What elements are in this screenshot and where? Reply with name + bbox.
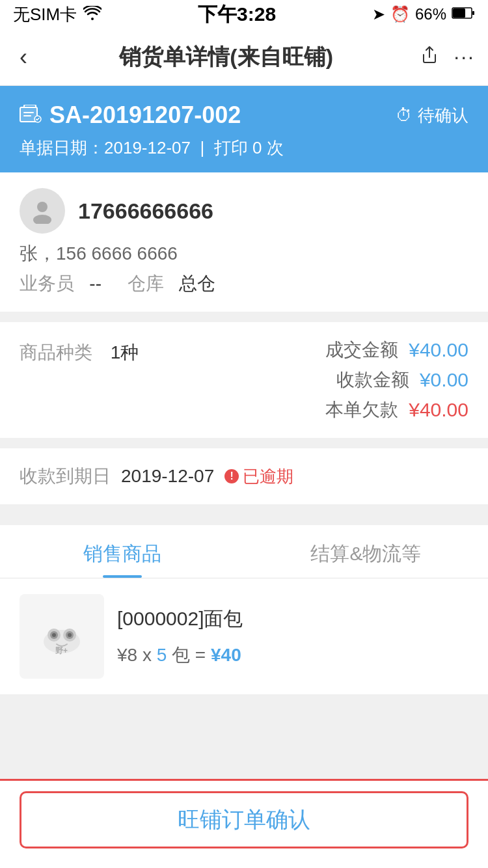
customer-name-detail: 张，156 6666 6666 <box>20 241 468 266</box>
transaction-amount-label: 成交金额 <box>325 338 398 362</box>
order-date: 单据日期：2019-12-07 | 打印 0 次 <box>20 137 468 159</box>
status-time: 下午3:28 <box>198 1 276 28</box>
product-total: ¥40 <box>211 645 241 665</box>
clock-icon: ⏱ <box>396 105 413 126</box>
balance-label: 本单欠款 <box>325 398 398 422</box>
sim-status: 无SIM卡 <box>13 3 77 26</box>
warehouse-label: 仓库 <box>128 273 164 293</box>
due-date-label: 收款到期日 <box>20 464 111 489</box>
equals-symbol: = <box>195 645 211 665</box>
amounts-section: 成交金额 ¥40.00 收款金额 ¥0.00 本单欠款 ¥40.00 <box>325 338 468 422</box>
tabs-row: 销售商品 结算&物流等 <box>0 525 488 578</box>
product-type-label: 商品种类 <box>20 340 92 365</box>
product-type-value: 1种 <box>111 340 139 365</box>
collected-amount-value: ¥0.00 <box>420 369 468 391</box>
section-divider <box>0 515 488 525</box>
order-status-text: 待确认 <box>418 104 468 127</box>
status-bar: 无SIM卡 下午3:28 ➤ ⏰ 66% <box>0 0 488 29</box>
location-icon: ➤ <box>372 5 385 23</box>
product-price: ¥8 x 5 包 = ¥40 <box>117 643 468 668</box>
due-date-value: 2019-12-07 <box>121 466 214 487</box>
balance-value: ¥40.00 <box>409 399 468 421</box>
customer-meta: 业务员 -- 仓库 总仓 <box>20 271 468 296</box>
tabs-section: 销售商品 结算&物流等 <box>0 525 488 578</box>
sales-rep-label: 业务员 <box>20 273 74 293</box>
overdue-text: 已逾期 <box>243 465 293 488</box>
overdue-exclamation: ! <box>224 469 239 483</box>
order-number-text: SA-20191207-002 <box>49 102 241 129</box>
product-quantity: 5 <box>157 645 167 665</box>
sales-rep-value: -- <box>89 273 102 293</box>
more-icon[interactable]: ··· <box>454 45 475 69</box>
battery-percent: 66% <box>415 5 446 23</box>
due-date-section: 收款到期日 2019-12-07 ! 已逾期 <box>0 448 488 504</box>
svg-rect-2 <box>472 11 474 15</box>
svg-point-12 <box>52 633 56 637</box>
summary-section: 商品种类 1种 成交金额 ¥40.00 收款金额 ¥0.00 本单欠款 ¥40.… <box>0 322 488 438</box>
customer-phone: 17666666666 <box>78 198 213 224</box>
collected-amount-label: 收款金额 <box>336 368 409 392</box>
product-item: 野+ [0000002]面包 ¥8 x 5 包 = ¥40 <box>0 578 488 694</box>
balance-row: 本单欠款 ¥40.00 <box>325 398 468 422</box>
customer-info: 17666666666 <box>78 198 213 224</box>
product-unit: 包 <box>172 645 190 665</box>
transaction-amount-row: 成交金额 ¥40.00 <box>325 338 468 362</box>
product-unit-price: ¥8 <box>117 645 137 665</box>
product-info: [0000002]面包 ¥8 x 5 包 = ¥40 <box>117 606 468 668</box>
warehouse-field: 仓库 总仓 <box>128 271 215 296</box>
nav-actions: ··· <box>418 44 475 71</box>
battery-icon <box>452 5 475 23</box>
svg-rect-1 <box>453 8 465 18</box>
status-left: 无SIM卡 <box>13 3 102 26</box>
avatar <box>20 188 65 234</box>
product-type-field: 商品种类 1种 <box>20 338 139 365</box>
product-thumbnail: 野+ <box>20 594 104 679</box>
overdue-badge: ! 已逾期 <box>224 465 293 488</box>
transaction-amount-value: ¥40.00 <box>409 339 468 361</box>
confirm-order-button[interactable]: 旺铺订单确认 <box>20 791 468 848</box>
order-status: ⏱ 待确认 <box>396 104 468 127</box>
svg-text:野+: 野+ <box>55 646 68 655</box>
collected-amount-row: 收款金额 ¥0.00 <box>336 368 468 392</box>
order-header-card: SA-20191207-002 ⏱ 待确认 单据日期：2019-12-07 | … <box>0 86 488 172</box>
order-icon <box>20 102 42 129</box>
tab-settlement-logistics[interactable]: 结算&物流等 <box>244 525 488 578</box>
multiply-symbol: x <box>142 645 157 665</box>
page-title: 销货单详情(来自旺铺) <box>119 42 333 72</box>
warehouse-value: 总仓 <box>179 273 215 293</box>
confirm-button-wrapper: 旺铺订单确认 <box>0 779 488 868</box>
share-icon[interactable] <box>418 44 441 71</box>
tab-sales-products[interactable]: 销售商品 <box>0 525 244 578</box>
back-button[interactable]: ‹ <box>13 37 34 77</box>
svg-point-13 <box>68 633 72 637</box>
alarm-icon: ⏰ <box>390 5 410 23</box>
svg-point-5 <box>37 202 47 212</box>
status-right: ➤ ⏰ 66% <box>372 5 475 23</box>
nav-bar: ‹ 销货单详情(来自旺铺) ··· <box>0 29 488 86</box>
sales-rep-field: 业务员 -- <box>20 271 102 296</box>
order-number: SA-20191207-002 <box>20 102 241 129</box>
product-name: [0000002]面包 <box>117 606 468 632</box>
wifi-icon <box>83 5 102 25</box>
customer-section: 17666666666 张，156 6666 6666 业务员 -- 仓库 总仓 <box>0 172 488 312</box>
svg-point-6 <box>33 215 51 224</box>
